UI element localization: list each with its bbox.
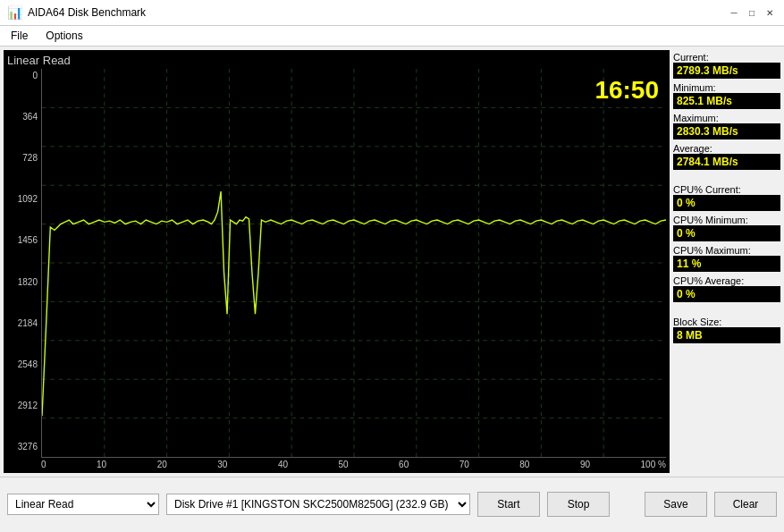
cpu-maximum-label: CPU% Maximum:	[673, 245, 780, 256]
bottom-bar: Linear Read Random Read Linear Write Ran…	[0, 477, 784, 530]
y-label-8: 364	[7, 112, 38, 122]
test-select[interactable]: Linear Read Random Read Linear Write Ran…	[7, 494, 159, 515]
cpu-current-label: CPU% Current:	[673, 184, 780, 195]
main-area: Linear Read 3276 2912 2548 2184 1820 145…	[0, 46, 784, 477]
stat-minimum: Minimum: 825.1 MB/s	[673, 82, 780, 109]
stat-cpu-minimum: CPU% Minimum: 0 %	[673, 215, 780, 241]
y-label-1: 2912	[7, 401, 38, 410]
y-label-2: 2548	[7, 359, 38, 369]
stat-cpu-average: CPU% Average: 0 %	[673, 275, 780, 302]
y-label-4: 1820	[7, 277, 38, 287]
y-label-6: 1092	[7, 194, 38, 204]
menu-file[interactable]: File	[7, 28, 31, 44]
x-label-8: 80	[519, 460, 529, 469]
x-label-5: 50	[338, 460, 348, 469]
stat-cpu-current: CPU% Current: 0 %	[673, 184, 780, 211]
chart-container: 3276 2912 2548 2184 1820 1456 1092 728 3…	[7, 69, 666, 469]
x-label-10: 100 %	[641, 460, 666, 469]
menu-bar: File Options	[0, 26, 784, 46]
cpu-minimum-value: 0 %	[673, 225, 780, 241]
minimum-label: Minimum:	[673, 82, 780, 93]
timestamp-label: 16:50	[594, 76, 659, 105]
cpu-current-value: 0 %	[673, 195, 780, 211]
cpu-average-label: CPU% Average:	[673, 275, 780, 286]
current-value: 2789.3 MB/s	[673, 63, 780, 79]
stat-cpu-maximum: CPU% Maximum: 11 %	[673, 245, 780, 272]
x-label-6: 60	[399, 460, 409, 469]
window-controls: ─ □ ✕	[727, 5, 777, 20]
x-label-3: 30	[217, 460, 227, 469]
save-button[interactable]: Save	[645, 492, 707, 517]
x-label-0: 0	[41, 460, 46, 469]
menu-options[interactable]: Options	[42, 28, 86, 44]
maximize-button[interactable]: □	[745, 5, 759, 20]
start-button[interactable]: Start	[477, 492, 540, 517]
x-label-2: 20	[157, 460, 167, 469]
y-label-7: 728	[7, 153, 38, 163]
window-title: AIDA64 Disk Benchmark	[28, 6, 146, 19]
title-bar: 📊 AIDA64 Disk Benchmark ─ □ ✕	[0, 0, 784, 26]
average-label: Average:	[673, 143, 780, 154]
x-label-7: 70	[459, 460, 469, 469]
x-label-9: 90	[580, 460, 590, 469]
clear-button[interactable]: Clear	[714, 492, 777, 517]
maximum-value: 2830.3 MB/s	[673, 123, 780, 139]
chart-title: Linear Read	[7, 54, 666, 67]
block-size-value: 8 MB	[673, 327, 780, 343]
x-label-1: 10	[97, 460, 106, 469]
block-size-label: Block Size:	[673, 317, 780, 327]
stat-average: Average: 2784.1 MB/s	[673, 143, 780, 170]
app-icon: 📊	[7, 5, 22, 20]
drive-select[interactable]: Disk Drive #1 [KINGSTON SKC2500M8250G] (…	[166, 494, 470, 515]
stat-block-size: Block Size: 8 MB	[673, 317, 780, 343]
x-label-4: 40	[278, 460, 288, 469]
maximum-label: Maximum:	[673, 113, 780, 123]
y-label-0: 3276	[7, 442, 38, 452]
close-button[interactable]: ✕	[763, 5, 777, 20]
cpu-minimum-label: CPU% Minimum:	[673, 215, 780, 225]
minimum-value: 825.1 MB/s	[673, 93, 780, 109]
chart-plot: 16:50	[41, 69, 666, 458]
cpu-average-value: 0 %	[673, 286, 780, 302]
current-label: Current:	[673, 52, 780, 63]
right-panel: Current: 2789.3 MB/s Minimum: 825.1 MB/s…	[673, 50, 780, 473]
y-label-5: 1456	[7, 235, 38, 245]
minimize-button[interactable]: ─	[727, 5, 741, 20]
chart-svg	[42, 69, 666, 457]
stop-button[interactable]: Stop	[547, 492, 610, 517]
chart-section: Linear Read 3276 2912 2548 2184 1820 145…	[4, 50, 670, 473]
y-label-9: 0	[7, 71, 38, 80]
y-axis: 3276 2912 2548 2184 1820 1456 1092 728 3…	[7, 69, 41, 469]
stat-current: Current: 2789.3 MB/s	[673, 52, 780, 79]
stat-maximum: Maximum: 2830.3 MB/s	[673, 113, 780, 139]
x-axis: 0 10 20 30 40 50 60 70 80 90 100 %	[41, 458, 666, 469]
average-value: 2784.1 MB/s	[673, 154, 780, 170]
cpu-maximum-value: 11 %	[673, 256, 780, 272]
y-label-3: 2184	[7, 318, 38, 328]
